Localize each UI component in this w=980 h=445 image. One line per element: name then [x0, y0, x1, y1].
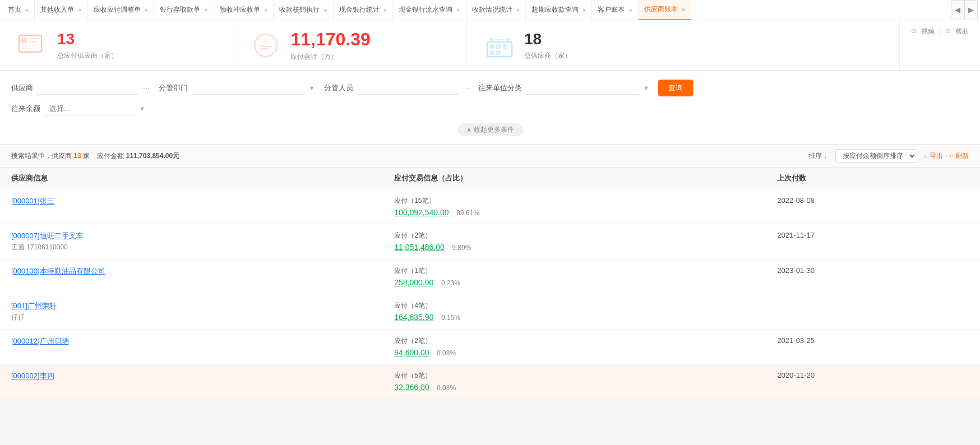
- nav-tab-customer-book-close[interactable]: ×: [628, 7, 632, 13]
- nav-tab-bank-deposit[interactable]: 银行存取款单 ×: [154, 0, 214, 20]
- sort-select[interactable]: 按应付余额倒序排序: [835, 149, 917, 163]
- transaction-pct: 9.89%: [452, 244, 471, 252]
- supplier-input[interactable]: [38, 81, 138, 95]
- nav-tab-receipt-exec[interactable]: 收款核销执行 ×: [274, 0, 333, 20]
- total-vendors-icon: [484, 30, 515, 61]
- last-pay-date: 2021-03-25: [777, 336, 969, 345]
- nav-tab-prepay-ar[interactable]: 预收冲应收单 ×: [214, 0, 274, 20]
- transaction-label: 应付（15笔）: [394, 196, 777, 206]
- payable-vendors-value: 13: [57, 30, 118, 49]
- nav-tab-prepay-ar-label: 预收冲应收单: [220, 5, 260, 15]
- collapse-label: 收起更多条件: [474, 125, 514, 135]
- nav-tab-overdue-ar-close[interactable]: ×: [583, 7, 586, 13]
- stat-card-payable-vendors: 13 总应付供应商（家）: [0, 20, 233, 70]
- transaction-label: 应付（4笔）: [394, 301, 777, 310]
- video-link[interactable]: 视频: [921, 27, 935, 36]
- circle-icon2: ⊙: [945, 27, 951, 35]
- transaction-amount[interactable]: 32,366.00: [394, 383, 429, 392]
- nav-tab-vendor-book[interactable]: 供应商账本 ×: [639, 0, 691, 20]
- supplier-link[interactable]: [000002]李四: [11, 371, 394, 381]
- transaction-amount[interactable]: 164,635.90: [394, 313, 433, 322]
- category-input[interactable]: [526, 81, 639, 95]
- nav-scroll-left[interactable]: ◀: [951, 0, 964, 20]
- svg-point-6: [255, 34, 277, 57]
- table-row: [000001]张三 应付（15笔） 100,092,540.00 89.61%…: [0, 189, 980, 224]
- nav-tab-overdue-ar[interactable]: 超期应收款查询 ×: [526, 0, 592, 20]
- transaction-pct: 0.08%: [437, 349, 456, 357]
- transaction-amount[interactable]: 258,000.00: [394, 278, 433, 287]
- nav-tab-cash-stat-close[interactable]: ×: [383, 7, 387, 13]
- top-nav: 首页 × 其他收入单 × 应收应付调整单 × 银行存取款单 × 预收冲应收单 ×…: [0, 0, 980, 20]
- nav-tab-vendor-book-close[interactable]: ×: [682, 6, 685, 13]
- filter-dept: 分管部门 ▼: [159, 81, 315, 95]
- supplier-link[interactable]: [000100]本特勤油品有限公司: [11, 266, 394, 276]
- dept-dropdown-arrow[interactable]: ▼: [309, 85, 315, 91]
- last-pay-date: 2020-11-20: [777, 371, 969, 379]
- nav-tab-other-income[interactable]: 其他收入单 ×: [35, 0, 87, 20]
- stat-info-total-vendors: 18 总供应商（家）: [524, 30, 571, 61]
- supplier-link[interactable]: [000001]张三: [11, 196, 394, 206]
- supplier-info: [000012]广州贝瑞: [11, 336, 394, 346]
- collapse-button[interactable]: ∧ 收起更多条件: [457, 123, 523, 136]
- nav-tab-receipt-exec-label: 收款核销执行: [279, 5, 320, 15]
- filter-row-2: 往来余额 ▼: [11, 102, 969, 115]
- transaction-info: 应付（4笔） 164,635.90 0.15%: [394, 301, 777, 322]
- balance-input[interactable]: [45, 102, 135, 115]
- nav-tab-prepay-ar-close[interactable]: ×: [264, 7, 267, 13]
- vendor-payable-icon: [17, 30, 48, 61]
- nav-tab-home[interactable]: 首页 ×: [2, 0, 35, 20]
- transaction-label: 应付（2笔）: [394, 231, 777, 240]
- nav-tab-receipt-stat-close[interactable]: ×: [516, 7, 520, 13]
- nav-tab-customer-book[interactable]: 客户账本 ×: [592, 0, 638, 20]
- transaction-amount[interactable]: 94,600.00: [394, 348, 429, 357]
- supplier-link[interactable]: [001]广州荣轩: [11, 301, 394, 311]
- svg-text:¥: ¥: [264, 38, 268, 44]
- supplier-dots-btn[interactable]: ···: [143, 84, 150, 92]
- transaction-info: 应付（15笔） 100,092,540.00 89.61%: [394, 196, 777, 217]
- stat-info-payable-total: 11,170.39 应付合计（万）: [290, 29, 370, 62]
- transaction-info: 应付（1笔） 258,000.00 0.23%: [394, 266, 777, 287]
- nav-tab-cash-flow-close[interactable]: ×: [456, 7, 460, 13]
- supplier-link[interactable]: [000012]广州贝瑞: [11, 336, 394, 346]
- dept-input[interactable]: [192, 81, 304, 95]
- export-button[interactable]: ○ 导出: [924, 151, 943, 161]
- supplier-link[interactable]: [000007]恒旺二手叉车: [11, 231, 394, 241]
- help-link[interactable]: 帮助: [955, 27, 969, 36]
- person-dots-btn[interactable]: ···: [463, 84, 470, 92]
- nav-tab-receipt-stat-label: 收款情况统计: [472, 5, 512, 15]
- category-dropdown-arrow[interactable]: ▼: [643, 85, 649, 91]
- col-header-supplier: 供应商信息: [11, 173, 394, 183]
- last-pay-date: 2021-11-17: [777, 231, 969, 239]
- balance-dropdown-arrow[interactable]: ▼: [139, 105, 145, 112]
- dept-label: 分管部门: [159, 83, 188, 93]
- nav-tab-bank-deposit-close[interactable]: ×: [204, 7, 207, 13]
- supplier-sub: 王通 17106110000: [11, 243, 394, 252]
- col-header-lastpay: 上次付数: [777, 173, 969, 183]
- nav-tab-home-close[interactable]: ×: [25, 7, 29, 13]
- col-header-transaction: 应付交易信息（占比）: [394, 173, 777, 183]
- transaction-label: 应付（5笔）: [394, 371, 777, 381]
- transaction-amount[interactable]: 11,051,486.00: [394, 243, 445, 252]
- search-button[interactable]: 查询: [658, 80, 693, 96]
- nav-tab-receipt-stat[interactable]: 收款情况统计 ×: [466, 0, 526, 20]
- transaction-amount[interactable]: 100,092,540.00: [394, 208, 449, 217]
- nav-tab-other-income-close[interactable]: ×: [78, 7, 81, 13]
- nav-tab-cash-flow[interactable]: 现金银行流水查询 ×: [393, 0, 466, 20]
- table-header: 供应商信息 应付交易信息（占比） 上次付数: [0, 168, 980, 189]
- nav-tab-receipt-exec-close[interactable]: ×: [323, 7, 327, 13]
- total-vendors-label: 总供应商（家）: [524, 51, 571, 61]
- stat-info-payable-vendors: 13 总应付供应商（家）: [57, 30, 118, 61]
- table-row: [000100]本特勤油品有限公司 应付（1笔） 258,000.00 0.23…: [0, 259, 980, 294]
- nav-tab-other-income-label: 其他收入单: [40, 5, 74, 15]
- balance-label: 往来余额: [11, 104, 40, 114]
- payable-total-label: 应付合计（万）: [290, 52, 370, 62]
- nav-tab-ar-ap-adjust-close[interactable]: ×: [145, 7, 148, 13]
- filter-category: 往来单位分类 ▼: [478, 81, 649, 95]
- nav-tab-cash-stat[interactable]: 现金银行统计 ×: [334, 0, 393, 20]
- refresh-button[interactable]: ○ 刷新: [950, 151, 969, 161]
- nav-scroll-right[interactable]: ▶: [964, 0, 978, 20]
- nav-tab-ar-ap-adjust[interactable]: 应收应付调整单 ×: [88, 0, 154, 20]
- person-input[interactable]: [358, 81, 459, 95]
- transaction-pct: 0.23%: [441, 279, 460, 287]
- export-icon: ○: [924, 152, 928, 160]
